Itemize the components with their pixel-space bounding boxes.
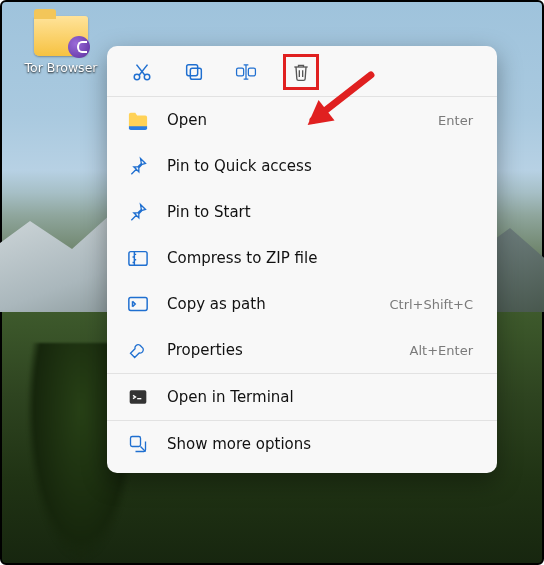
context-menu: Open Enter Pin to Quick access Pin to St… (107, 46, 497, 473)
svg-rect-5 (248, 68, 255, 76)
copy-icon[interactable] (183, 61, 205, 83)
svg-rect-9 (131, 437, 141, 447)
pin-icon (127, 201, 149, 223)
wrench-icon (127, 339, 149, 361)
svg-rect-7 (129, 298, 147, 311)
svg-point-0 (134, 74, 140, 80)
menu-item-label: Compress to ZIP file (167, 249, 473, 267)
tor-overlay-icon (68, 36, 90, 58)
menu-item-compress-zip[interactable]: Compress to ZIP file (107, 235, 497, 281)
menu-item-show-more-options[interactable]: Show more options (107, 421, 497, 467)
terminal-icon (127, 386, 149, 408)
menu-item-label: Open in Terminal (167, 388, 473, 406)
svg-rect-8 (130, 390, 147, 403)
menu-item-label: Copy as path (167, 295, 371, 313)
path-icon (127, 293, 149, 315)
delete-icon[interactable] (290, 61, 312, 83)
zip-icon (127, 247, 149, 269)
menu-item-label: Show more options (167, 435, 473, 453)
context-menu-toolbar (107, 46, 497, 96)
desktop-icon-label: Tor Browser (24, 60, 98, 75)
svg-rect-6 (129, 252, 147, 266)
menu-item-open[interactable]: Open Enter (107, 97, 497, 143)
more-icon (127, 433, 149, 455)
menu-item-label: Pin to Quick access (167, 157, 473, 175)
menu-item-copy-as-path[interactable]: Copy as path Ctrl+Shift+C (107, 281, 497, 327)
folder-open-icon (127, 109, 149, 131)
menu-item-label: Properties (167, 341, 392, 359)
menu-item-shortcut: Alt+Enter (410, 343, 473, 358)
menu-item-label: Pin to Start (167, 203, 473, 221)
cut-icon[interactable] (131, 61, 153, 83)
svg-point-1 (144, 74, 150, 80)
pin-icon (127, 155, 149, 177)
menu-item-shortcut: Enter (438, 113, 473, 128)
menu-item-shortcut: Ctrl+Shift+C (389, 297, 473, 312)
menu-item-pin-start[interactable]: Pin to Start (107, 189, 497, 235)
svg-rect-3 (187, 65, 198, 76)
svg-rect-2 (190, 68, 201, 79)
desktop-icon-tor-browser[interactable]: Tor Browser (24, 16, 98, 75)
menu-item-properties[interactable]: Properties Alt+Enter (107, 327, 497, 373)
folder-icon (34, 16, 88, 56)
rename-icon[interactable] (235, 61, 257, 83)
desktop-background: Tor Browser (0, 0, 544, 565)
delete-highlight-box (283, 54, 319, 90)
menu-item-label: Open (167, 111, 420, 129)
menu-item-open-terminal[interactable]: Open in Terminal (107, 374, 497, 420)
menu-item-pin-quick-access[interactable]: Pin to Quick access (107, 143, 497, 189)
svg-rect-4 (237, 68, 244, 76)
